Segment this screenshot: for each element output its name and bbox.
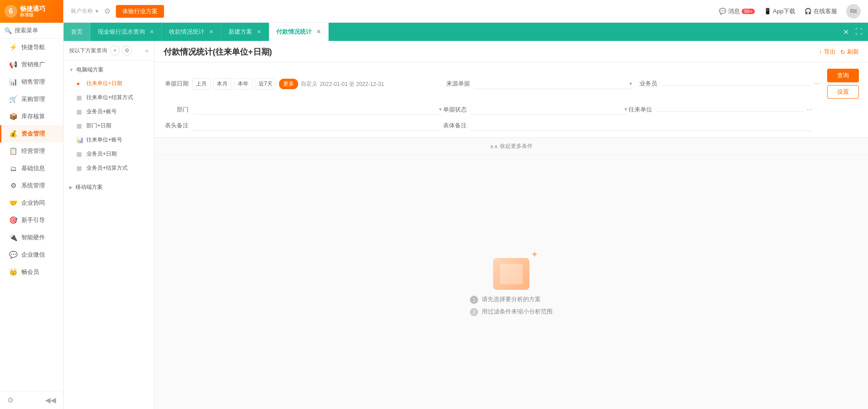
user-avatar[interactable]: Rit — [846, 4, 861, 19]
header-note-input[interactable] — [192, 120, 442, 131]
filter-row-1: 单据日期 上月 本月 本年 近7天 更多 自定义 2022-01-01 至 20… — [164, 69, 859, 99]
tab-payment-stats[interactable]: 付款情况统计 ✕ — [269, 23, 329, 41]
dept-label: 部门 — [164, 106, 189, 114]
tab-new-scheme-close-icon[interactable]: ✕ — [257, 29, 261, 35]
sidebar-item-hardware[interactable]: 🔌 智能硬件 — [0, 229, 63, 246]
sidebar-bottom: ⚙ ◀◀ — [0, 391, 63, 409]
scheme-item-unit-date[interactable]: ● 往来单位+日期 — [64, 76, 154, 91]
sidebar-item-marketing[interactable]: 📢 营销推广 — [0, 56, 63, 73]
sidebar-item-label: 智能硬件 — [21, 233, 45, 242]
date-7days-btn[interactable]: 近7天 — [255, 78, 276, 90]
scheme-item-dept-date[interactable]: ▦ 部门+日期 — [64, 119, 154, 133]
tab-new-scheme[interactable]: 新建方案 ✕ — [221, 23, 269, 41]
quick-nav-icon: ⚡ — [9, 43, 18, 51]
dept-select[interactable]: ▾ — [192, 104, 442, 115]
staff-settle-label: 业务员+结算方式 — [86, 164, 128, 172]
tab-bank-flow-label: 现金银行流水查询 — [98, 28, 145, 36]
scheme-group-desktop-title[interactable]: ▼ 电脑端方案 — [64, 63, 154, 76]
unit-account-label: 往来单位+账号 — [86, 136, 122, 144]
mobile-group-arrow-icon: ▶ — [69, 185, 73, 190]
export-btn[interactable]: ↑ 导出 — [819, 48, 836, 56]
tab-bank-flow-close-icon[interactable]: ✕ — [150, 29, 154, 35]
doc-status-select[interactable]: ▾ — [470, 104, 627, 115]
account-name: 账户名称 — [71, 7, 93, 15]
unit-settle-label: 往来单位+结算方式 — [86, 94, 133, 101]
online-service-btn[interactable]: 🎧 在线客服 — [804, 7, 837, 15]
topbar: 账户名称 ▾ ⚙ 体验行业方案 💬 消息 99+ 📱 App下载 🎧 在线客服 … — [64, 0, 868, 23]
scheme-item-unit-account[interactable]: 📊 往来单位+账号 — [64, 133, 154, 147]
query-btn[interactable]: 查询 — [827, 69, 859, 82]
tab-receipt-stats-close-icon[interactable]: ✕ — [209, 29, 214, 35]
scheme-item-unit-settle[interactable]: ▦ 往来单位+结算方式 — [64, 91, 154, 105]
doc-status-control: ▾ — [470, 104, 627, 115]
scheme-item-staff-settle[interactable]: ▦ 业务员+结算方式 — [64, 161, 154, 175]
capital-icon: 💰 — [9, 130, 18, 138]
sidebar-item-capital[interactable]: 💰 资金管理 — [0, 125, 63, 142]
sidebar-item-inventory[interactable]: 📦 库存核算 — [0, 108, 63, 125]
scheme-add-btn[interactable]: + — [110, 45, 120, 56]
sidebar-item-member[interactable]: 👑 畅会员 — [0, 263, 63, 281]
tab-maximize-icon[interactable]: ⛶ — [853, 26, 864, 38]
scheme-group-mobile-title[interactable]: ▶ 移动端方案 — [64, 181, 154, 194]
tab-close-window-icon[interactable]: ✕ — [841, 26, 851, 38]
bottom-settings-icon[interactable]: ⚙ — [7, 396, 14, 404]
tab-bank-flow[interactable]: 现金银行流水查询 ✕ — [90, 23, 162, 41]
app-download-btn[interactable]: 📱 App下载 — [764, 7, 795, 15]
tab-receipt-stats-label: 收款情况统计 — [169, 28, 205, 36]
date-this-year-btn[interactable]: 本年 — [234, 78, 252, 90]
inventory-icon: 📦 — [9, 112, 18, 121]
tab-payment-stats-close-icon[interactable]: ✕ — [316, 29, 321, 35]
dept-control: ▾ — [192, 104, 442, 115]
sidebar-nav: ⚡ 快捷导航 📢 营销推广 📊 销售管理 🛒 采购管理 📦 库存核算 💰 资金管… — [0, 39, 63, 391]
tab-receipt-stats[interactable]: 收款情况统计 ✕ — [162, 23, 221, 41]
wechat-icon: 💬 — [9, 251, 18, 259]
message-btn[interactable]: 💬 消息 99+ — [719, 7, 755, 15]
plus-icon: + — [113, 47, 116, 54]
filter-row-2: 部门 ▾ 单据状态 ▾ — [164, 104, 859, 115]
sidebar-item-wechat[interactable]: 💬 企业微信 — [0, 246, 63, 263]
date-last-month-btn[interactable]: 上月 — [192, 78, 210, 90]
bottom-collapse-icon[interactable]: ◀◀ — [45, 396, 56, 404]
tab-home[interactable]: 首页 — [64, 23, 90, 41]
logo-text: 畅捷通巧 标准版 — [20, 5, 45, 18]
scheme-item-staff-date[interactable]: ▦ 业务员+日期 — [64, 147, 154, 161]
sidebar-item-basic[interactable]: 🗂 基础信息 — [0, 160, 63, 177]
date-this-month-btn[interactable]: 本月 — [213, 78, 231, 90]
date-label: 单据日期 — [164, 80, 189, 88]
scheme-settings-btn[interactable]: ⚙ — [122, 45, 132, 56]
member-icon: 👑 — [9, 268, 18, 276]
scheme-collapse-btn[interactable]: « — [145, 47, 149, 54]
collapse-conditions-btn[interactable]: ∧∧ 收起更多条件 — [155, 138, 868, 155]
sidebar-item-label: 营销推广 — [21, 61, 45, 69]
account-selector[interactable]: 账户名称 ▾ — [71, 7, 99, 15]
tabs-bar: 首页 现金银行流水查询 ✕ 收款情况统计 ✕ 新建方案 ✕ 付款情况统计 ✕ ✕… — [64, 23, 868, 41]
trial-btn[interactable]: 体验行业方案 — [116, 5, 164, 18]
sidebar-item-enterprise[interactable]: 🤝 企业协同 — [0, 194, 63, 212]
search-menu-label: 搜索菜单 — [15, 26, 38, 35]
staff-select[interactable] — [661, 82, 811, 86]
scheme-item-staff-account[interactable]: ▦ 业务员+账号 — [64, 105, 154, 119]
source-select[interactable]: ▾ — [474, 79, 633, 89]
body-note-input[interactable] — [470, 120, 813, 131]
filter-form: 单据日期 上月 本月 本年 近7天 更多 自定义 2022-01-01 至 20… — [155, 62, 868, 138]
date-control: 上月 本月 本年 近7天 更多 自定义 2022-01-01 至 2022-12… — [192, 78, 445, 90]
sidebar-item-system[interactable]: ⚙ 系统管理 — [0, 177, 63, 194]
unit-account-icon: 📊 — [76, 136, 84, 143]
staff-control: ··· — [661, 80, 820, 88]
refresh-btn[interactable]: ↻ 刷新 — [840, 48, 859, 56]
sidebar-item-guide[interactable]: 🎯 新手引导 — [0, 212, 63, 229]
setting-btn[interactable]: 设置 — [827, 85, 859, 99]
unit-dots-icon[interactable]: ··· — [807, 106, 813, 114]
topbar-gear-icon[interactable]: ⚙ — [104, 7, 110, 15]
sidebar-item-sales[interactable]: 📊 销售管理 — [0, 73, 63, 91]
sidebar-item-purchase[interactable]: 🛒 采购管理 — [0, 91, 63, 108]
unit-select[interactable] — [656, 107, 804, 111]
system-icon: ⚙ — [9, 182, 18, 190]
scheme-group-mobile: ▶ 移动端方案 — [64, 178, 154, 197]
sidebar-item-label: 快捷导航 — [21, 43, 45, 51]
search-menu[interactable]: 🔍 搜索菜单 — [0, 23, 63, 39]
staff-dots-icon[interactable]: ··· — [814, 80, 820, 88]
date-more-btn[interactable]: 更多 — [279, 79, 298, 89]
sidebar-item-quick-nav[interactable]: ⚡ 快捷导航 — [0, 39, 63, 56]
sidebar-item-operations[interactable]: 📋 经营管理 — [0, 142, 63, 160]
